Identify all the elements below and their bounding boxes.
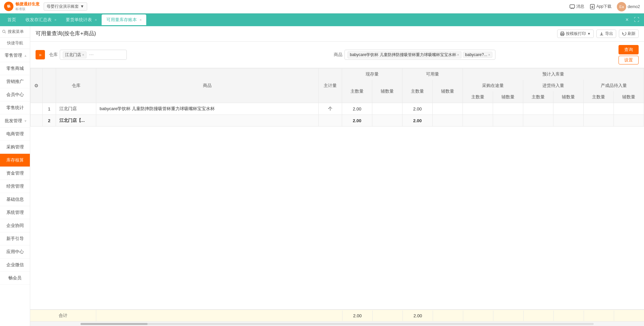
sidebar-item-vip-member[interactable]: 畅会员	[0, 272, 30, 285]
top-bar: 畅 畅捷通好生意 标准版 母婴行业演示账套 ▼ 消息 App下载 Ea demo…	[0, 0, 644, 13]
sidebar-item-zero-retail-mgmt[interactable]: 零售管理 ▲	[0, 49, 30, 62]
close-icon[interactable]: ×	[95, 18, 97, 22]
table-row: 2 江北门店【... 2.00 2.00	[31, 115, 644, 127]
product-tag-2: babycare?... ×	[463, 52, 493, 58]
footer-current-aux	[372, 311, 402, 321]
warehouse-filter-label: 仓库	[49, 52, 58, 58]
tab-home[interactable]: 首页	[3, 14, 21, 25]
sidebar-search[interactable]: 搜索菜单	[0, 26, 30, 38]
nav-tabs-actions: × ⛶	[624, 16, 641, 24]
row-product-aux	[614, 115, 644, 127]
user-info[interactable]: Ea demo2	[617, 2, 640, 11]
th-purchase-on-way-group: 采购在途量	[463, 80, 523, 91]
tab-requisition-stats[interactable]: 要货单统计表 ×	[61, 14, 101, 25]
sidebar-item-marketing[interactable]: 营销推广	[0, 75, 30, 88]
sidebar-item-ecommerce-mgmt[interactable]: 电商管理	[0, 128, 30, 141]
tab-available-inventory[interactable]: 可用量库存账本 ×	[102, 14, 146, 25]
refresh-icon	[622, 32, 626, 36]
filter-dots: ···	[88, 52, 95, 58]
sidebar-item-label: 企业协同	[3, 223, 27, 229]
message-btn[interactable]: 消息	[570, 4, 584, 9]
expand-tabs-btn[interactable]: ⛶	[632, 16, 641, 24]
sidebar-item-label: 采购管理	[3, 144, 27, 150]
row-available-aux	[433, 103, 463, 115]
tab-receive-send-summary[interactable]: 收发存汇总表 ×	[21, 14, 61, 25]
row-available-main: 2.00	[402, 103, 433, 115]
close-icon[interactable]: ×	[140, 18, 142, 22]
query-btn[interactable]: 查询	[619, 45, 639, 54]
row-inbound-aux	[553, 115, 584, 127]
close-icon[interactable]: ×	[82, 53, 84, 57]
sidebar-item-new-guide[interactable]: 新手引导	[0, 232, 30, 245]
app-download-btn[interactable]: App下载	[590, 4, 611, 9]
sidebar-item-enterprise-collab[interactable]: 企业协同	[0, 219, 30, 232]
sidebar-item-wholesale-mgmt[interactable]: 批发管理 ▼	[0, 114, 30, 128]
sidebar-item-inventory-check[interactable]: 库存核算	[0, 154, 30, 167]
close-icon[interactable]: ×	[457, 53, 459, 57]
sidebar-item-label: 畅会员	[3, 275, 27, 281]
svg-rect-0	[570, 5, 575, 8]
settings-btn[interactable]: 设置	[619, 56, 639, 64]
sidebar-item-finance-mgmt[interactable]: 资金管理	[0, 167, 30, 180]
warehouse-filter-group: 仓库 江北门店 × ···	[49, 50, 330, 60]
sidebar-item-basic-info[interactable]: 基础信息	[0, 193, 30, 206]
brand-name: 畅捷通好生意	[15, 2, 40, 6]
th-current-stock-group: 现存量	[342, 68, 402, 80]
sidebar-item-label: 零售统计	[3, 105, 27, 111]
sidebar-item-label: 库存核算	[3, 157, 27, 163]
th-available-aux: 辅数量	[433, 80, 463, 103]
sidebar-item-label: 电商管理	[3, 131, 27, 137]
brand-sub: 标准版	[15, 7, 40, 11]
sidebar-item-zero-retail-mall[interactable]: 零售商城	[0, 62, 30, 75]
row-product-aux	[614, 103, 644, 115]
row-product: babycare学饮杯 儿童防摔防撞吸管杯重力球吸嘴杯宝宝水杯	[96, 103, 319, 115]
product-filter-group: 商品 babycare学饮杯 儿童防摔防撞吸管杯重力球吸嘴杯宝宝水杯 × bab…	[334, 50, 614, 60]
filter-expand-btn[interactable]: »	[36, 50, 45, 59]
sidebar-item-label: 资金管理	[3, 170, 27, 176]
export-btn[interactable]: 导出	[596, 30, 616, 38]
sidebar-item-zero-stats[interactable]: 零售统计	[0, 101, 30, 114]
sidebar-quick-nav[interactable]: 快捷导航	[0, 38, 30, 49]
th-unit: 主计量	[319, 68, 342, 103]
row-purchase-main	[463, 103, 493, 115]
th-warehouse: 仓库	[56, 68, 96, 103]
sidebar-item-operations-mgmt[interactable]: 经营管理	[0, 180, 30, 193]
warehouse-filter-input[interactable]: 江北门店 × ···	[60, 50, 127, 60]
tenant-selector[interactable]: 母婴行业演示账套 ▼	[44, 2, 87, 11]
product-filter-input[interactable]: babycare学饮杯 儿童防摔防撞吸管杯重力球吸嘴杯宝宝水杯 × babyca…	[344, 50, 495, 60]
th-product-pending-group: 产成品待入量	[584, 80, 644, 91]
th-product-aux: 辅数量	[614, 91, 644, 103]
close-icon[interactable]: ×	[488, 53, 490, 57]
message-label: 消息	[576, 4, 584, 9]
sidebar-quick-nav-label: 快捷导航	[7, 41, 23, 45]
sidebar-item-label: 企业微信	[3, 262, 27, 268]
th-current-main: 主数量	[342, 80, 372, 103]
sidebar-item-member-center[interactable]: 会员中心	[0, 88, 30, 101]
th-settings: ⚙	[31, 68, 43, 103]
row-warehouse: 江北门店	[56, 103, 96, 115]
sidebar-item-app-center[interactable]: 应用中心	[0, 245, 30, 259]
sidebar-item-label: 基础信息	[3, 196, 27, 202]
close-icon[interactable]: ×	[54, 18, 56, 22]
sidebar-item-system-mgmt[interactable]: 系统管理	[0, 206, 30, 219]
sidebar-item-label: 系统管理	[3, 209, 27, 216]
scroll-track[interactable]	[80, 323, 594, 325]
row-available-main: 2.00	[402, 115, 433, 127]
close-all-tabs-btn[interactable]: ×	[624, 16, 631, 24]
sidebar-item-label: 应用中心	[3, 249, 27, 255]
sidebar-item-enterprise-wechat[interactable]: 企业微信	[0, 259, 30, 272]
template-print-btn[interactable]: 按模板打印 ▼	[557, 30, 594, 38]
filter-bar: » 仓库 江北门店 × ··· 商品 babycare学饮杯 儿童防摔防撞吸管杯…	[30, 42, 644, 68]
footer-label: 合计	[30, 310, 96, 321]
page-title: 可用量查询(按仓库+商品)	[36, 30, 96, 41]
th-inbound-aux: 辅数量	[553, 91, 584, 103]
sidebar-item-purchase-mgmt[interactable]: 采购管理	[0, 141, 30, 154]
row-inbound-main	[523, 103, 553, 115]
data-table: ⚙ 仓库 商品 主计量 现存量	[30, 68, 644, 127]
settings-icon[interactable]: ⚙	[34, 83, 39, 88]
user-avatar: Ea	[617, 2, 626, 11]
tenant-arrow: ▼	[80, 4, 84, 9]
th-product-main: 主数量	[584, 91, 614, 103]
refresh-btn[interactable]: 刷新	[619, 30, 639, 38]
row-product-main	[584, 115, 614, 127]
